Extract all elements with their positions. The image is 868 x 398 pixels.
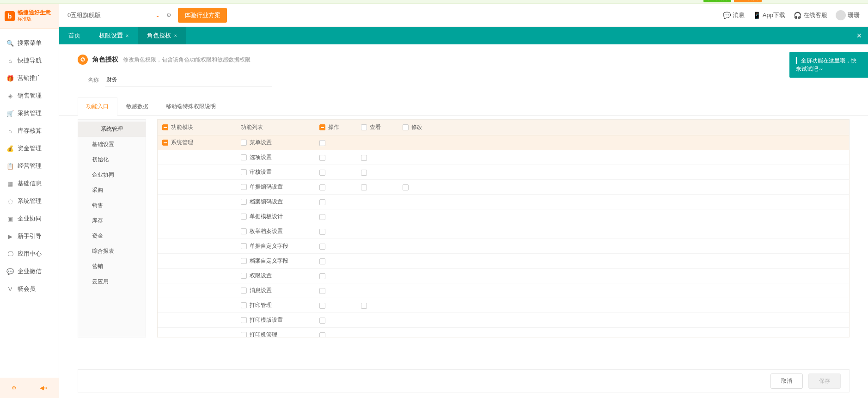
save-button[interactable]: 保存	[808, 374, 841, 389]
inner-tab[interactable]: 移动端特殊权限说明	[157, 98, 225, 116]
tab-首页[interactable]: 首页	[59, 27, 90, 44]
close-icon[interactable]: ×	[126, 33, 128, 38]
sidebar-item-system[interactable]: ◌系统管理	[0, 192, 59, 210]
cancel-button[interactable]: 取消	[770, 374, 803, 389]
category-item[interactable]: 资金	[78, 228, 146, 244]
enterprise-icon: ▣	[6, 215, 14, 222]
sidebar-item-sales[interactable]: ◈销售管理	[0, 87, 59, 104]
name-field[interactable]: 财务	[105, 73, 272, 87]
tab-权限设置[interactable]: 权限设置×	[90, 27, 138, 44]
row-checkbox[interactable]	[319, 155, 325, 161]
row-checkbox[interactable]	[403, 184, 409, 190]
train-button[interactable]: 在线培训	[703, 0, 731, 2]
row-checkbox[interactable]	[241, 243, 247, 249]
collapse-icon[interactable]: ◀»	[40, 385, 47, 391]
sidebar-item-funds[interactable]: 💰资金管理	[0, 140, 59, 157]
row-checkbox[interactable]	[319, 288, 325, 294]
table-row: 权限设置	[158, 269, 849, 283]
settings-icon[interactable]: ⚙	[12, 385, 17, 391]
category-item[interactable]: 系统管理	[78, 122, 146, 137]
category-item[interactable]: 库存	[78, 213, 146, 228]
row-checkbox[interactable]	[319, 199, 325, 205]
org-select[interactable]: 0五组旗舰版⌄	[67, 8, 160, 22]
ops-icon: 📋	[6, 162, 14, 170]
msg-link[interactable]: 💬消息	[723, 11, 745, 19]
row-checkbox[interactable]	[319, 318, 325, 324]
view-checkbox[interactable]	[361, 124, 367, 130]
row-checkbox[interactable]	[241, 288, 247, 294]
row-checkbox[interactable]	[241, 140, 247, 146]
category-item[interactable]: 营销	[78, 259, 146, 274]
header-gear-icon[interactable]: ⚙	[166, 12, 171, 18]
row-checkbox[interactable]	[319, 303, 325, 309]
sidebar-item-guide[interactable]: ▶新手引导	[0, 227, 59, 245]
tabstrip-close-icon[interactable]: ×	[850, 27, 868, 44]
category-item[interactable]: 采购	[78, 183, 146, 198]
row-checkbox[interactable]	[241, 154, 247, 160]
row-checkbox[interactable]	[319, 258, 325, 264]
row-checkbox[interactable]	[319, 332, 325, 337]
user-menu[interactable]: 珊珊	[836, 10, 860, 20]
row-checkbox[interactable]	[319, 229, 325, 235]
row-checkbox[interactable]	[319, 214, 325, 220]
row-checkbox[interactable]	[361, 184, 367, 190]
row-checkbox[interactable]	[241, 302, 247, 308]
op-checkbox[interactable]	[319, 124, 325, 130]
category-item[interactable]: 基础设置	[78, 137, 146, 152]
row-checkbox[interactable]	[241, 273, 247, 279]
module-checkbox[interactable]	[162, 124, 168, 130]
close-icon[interactable]: ×	[174, 33, 177, 38]
row-checkbox[interactable]	[361, 155, 367, 161]
sidebar-item-purchase[interactable]: 🛒采购管理	[0, 104, 59, 122]
category-item[interactable]: 综合报表	[78, 244, 146, 259]
row-checkbox[interactable]	[241, 317, 247, 323]
row-checkbox[interactable]	[319, 273, 325, 279]
sidebar-item-label: 新手引导	[18, 232, 42, 240]
app-download-link[interactable]: 📱App下载	[753, 11, 785, 19]
sidebar: b 畅捷通好生意 标准版 🔍搜索菜单⌂快捷导航🎁营销推广◈销售管理🛒采购管理⌂库…	[0, 4, 59, 398]
sidebar-item-label: 营销推广	[18, 74, 42, 82]
row-checkbox[interactable]	[241, 228, 247, 234]
notice-bar: © 应用技巧：点击左侧菜单>销售管理>销货单，添加客户和商品体验30秒极速开单～…	[0, 0, 868, 4]
row-checkbox[interactable]	[241, 214, 247, 220]
row-checkbox[interactable]	[241, 258, 247, 264]
category-item[interactable]: 初始化	[78, 152, 146, 167]
sidebar-item-basic-info[interactable]: ▦基础信息	[0, 175, 59, 192]
row-checkbox[interactable]	[162, 140, 168, 146]
row-checkbox[interactable]	[319, 184, 325, 190]
category-item[interactable]: 企业协同	[78, 167, 146, 183]
sidebar-item-enterprise[interactable]: ▣企业协同	[0, 210, 59, 227]
row-checkbox[interactable]	[361, 303, 367, 309]
inner-tab[interactable]: 敏感数据	[117, 98, 157, 116]
sidebar-item-wechat[interactable]: 💬企业微信	[0, 263, 59, 280]
row-checkbox[interactable]	[319, 140, 325, 146]
inner-tab[interactable]: 功能入口	[78, 98, 117, 116]
fullscreen-tip[interactable]: 全屏功能在这里哦，快来试试吧～	[789, 52, 868, 78]
tab-角色授权[interactable]: 角色授权×	[138, 27, 186, 44]
row-checkbox[interactable]	[319, 170, 325, 176]
category-item[interactable]: 云应用	[78, 274, 146, 289]
tab-strip: 首页权限设置×角色授权××	[59, 27, 868, 44]
sidebar-item-ops[interactable]: 📋经营管理	[0, 157, 59, 175]
row-checkbox[interactable]	[319, 244, 325, 250]
sidebar-item-marketing[interactable]: 🎁营销推广	[0, 69, 59, 87]
cs-link[interactable]: 🎧在线客服	[794, 11, 827, 19]
sidebar-item-inventory[interactable]: ⌂库存核算	[0, 122, 59, 140]
industry-button[interactable]: 体验行业方案	[178, 8, 227, 23]
table-row: 单据模板设计	[158, 209, 849, 224]
category-item[interactable]: 销售	[78, 198, 146, 213]
sidebar-item-apps[interactable]: 🖵应用中心	[0, 245, 59, 263]
row-checkbox[interactable]	[241, 332, 247, 337]
row-checkbox[interactable]	[241, 169, 247, 175]
sidebar-item-quick-nav[interactable]: ⌂快捷导航	[0, 52, 59, 69]
sidebar-item-search-menu[interactable]: 🔍搜索菜单	[0, 34, 59, 52]
row-checkbox[interactable]	[241, 184, 247, 190]
permission-table[interactable]: 功能模块 功能列表 操作 查看 修改 系统管理菜单设置选项设置审核设置单据编码设…	[157, 119, 850, 337]
logo-edition: 标准版	[18, 16, 51, 22]
row-checkbox[interactable]	[241, 199, 247, 205]
phone-icon: 📱	[753, 12, 761, 19]
sidebar-item-member[interactable]: V畅会员	[0, 280, 59, 298]
buy-button[interactable]: 立即购买	[734, 0, 762, 2]
row-checkbox[interactable]	[361, 170, 367, 176]
edit-checkbox[interactable]	[403, 124, 409, 130]
